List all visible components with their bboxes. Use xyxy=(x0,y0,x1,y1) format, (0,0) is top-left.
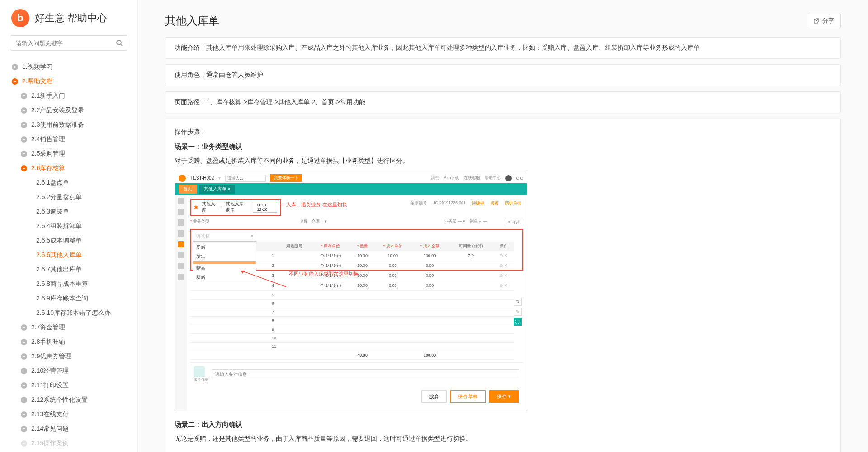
sidebar: b 好生意 帮助中心 1.视频学习 2.帮助文档 2.1新手入门 2.2产品安装… xyxy=(0,0,138,452)
nav-label: 2.14常见问题 xyxy=(31,425,69,433)
sb-icon xyxy=(178,263,184,269)
search-input[interactable] xyxy=(10,35,127,51)
nav-214[interactable]: 2.14常见问题 xyxy=(0,422,137,436)
sb-icon xyxy=(178,219,184,226)
nav-label: 2.1新手入门 xyxy=(31,92,65,100)
nav-24[interactable]: 2.4销售管理 xyxy=(0,132,137,147)
tool-icon-active: ⛶ xyxy=(514,318,522,326)
shot-msg: 消息 xyxy=(431,175,439,181)
brand-logo: b xyxy=(11,9,29,27)
nav-212[interactable]: 2.12系统个性化设置 xyxy=(0,393,137,407)
nav-help-docs[interactable]: 2.帮助文档 xyxy=(0,74,137,89)
scene2-text2: 退库业务中，明细数量均以负值红色展示。无论是入库还是退库，库存账均记在入库方向。 xyxy=(175,451,831,452)
nav-label: 2.2产品安装及登录 xyxy=(31,106,84,114)
shot-app: App下载 xyxy=(443,175,459,181)
maker: 制单人 xyxy=(470,219,482,224)
tab-current: 其他入库单 × xyxy=(199,185,235,194)
main-content: 其他入库单 分享 功能介绍：其他入库单用来处理除采购入库、产成品入库之外的其他入… xyxy=(138,0,868,452)
path-label: 页面路径： xyxy=(175,98,206,105)
steps-label: 操作步骤： xyxy=(175,128,831,136)
remark-row: 备注信息 xyxy=(190,362,523,386)
intro-text: 其他入库单用来处理除采购入库、产成品入库之外的其他入库业务，因此其他入库单可处理… xyxy=(206,44,700,51)
page-title: 其他入库单 xyxy=(165,14,219,28)
remark-label: 备注信息 xyxy=(194,377,208,382)
sb-icon xyxy=(178,198,184,204)
scene1-title: 场景一：业务类型确认 xyxy=(175,143,831,151)
role-label: 使用角色： xyxy=(175,71,206,78)
nav-23[interactable]: 2.3使用前数据准备 xyxy=(0,118,137,132)
nav-264[interactable]: 2.6.4组装拆卸单 xyxy=(0,219,137,233)
nav-29[interactable]: 2.9优惠券管理 xyxy=(0,349,137,364)
annotation-1: ← 入库、退货业务 在这里切换 xyxy=(280,201,347,208)
nav-215[interactable]: 2.15操作案例 xyxy=(0,436,137,451)
nav-label: 2.7资金管理 xyxy=(31,324,65,332)
nav-263[interactable]: 2.6.3调拨单 xyxy=(0,205,137,219)
shot-body: ◉其他入库 ○其他入库退库 2019-12-26 ← 入库、退货业务 在这里切换… xyxy=(175,195,527,411)
nav-267[interactable]: 2.6.7其他出库单 xyxy=(0,262,137,277)
nav-265[interactable]: 2.6.5成本调整单 xyxy=(0,233,137,248)
remark-icon xyxy=(194,366,205,377)
nav-label: 2.11打印设置 xyxy=(31,381,69,390)
share-button[interactable]: 分享 xyxy=(807,14,841,28)
nav-268[interactable]: 2.6.8商品成本重算 xyxy=(0,277,137,291)
btn-draft: 保存草稿 xyxy=(450,390,486,403)
nav-26[interactable]: 2.6库存核算 xyxy=(0,161,137,176)
nav-label: 2.6.8商品成本重算 xyxy=(36,280,88,288)
nav-211[interactable]: 2.11打印设置 xyxy=(0,378,137,393)
nav-262[interactable]: 2.6.2分量盘点单 xyxy=(0,190,137,205)
path-box: 页面路径：1、库存核算->库存管理->其他入库单 2、首页->常用功能 xyxy=(165,91,841,113)
nav-video[interactable]: 1.视频学习 xyxy=(0,60,137,74)
nav-269[interactable]: 2.6.9库存账本查询 xyxy=(0,291,137,306)
search-box xyxy=(10,35,127,51)
nav-22[interactable]: 2.2产品安装及登录 xyxy=(0,103,137,118)
radio-type-row: ◉其他入库 ○其他入库退库 2019-12-26 ← 入库、退货业务 在这里切换 xyxy=(190,199,281,216)
shot-logo-icon xyxy=(179,175,186,182)
scene1-text: 对于受赠、盘盈或是拆装入库等不同的业务，是通过单据头【业务类型】进行区分。 xyxy=(175,156,831,167)
shot-topbar: TEST-H002 ▾ 我要体验一下 消息 App下载 在线客服 帮助中心 C … xyxy=(175,173,527,183)
shot-user: C C xyxy=(516,176,524,181)
nav-label: 2.9优惠券管理 xyxy=(31,352,71,361)
shot-tabbar: 首页 其他入库单 × xyxy=(175,183,527,195)
sb-icon xyxy=(178,230,184,237)
nav-28[interactable]: 2.8手机旺铺 xyxy=(0,335,137,349)
tab-home: 首页 xyxy=(179,185,197,194)
nav-label: 2.6库存核算 xyxy=(31,164,65,172)
nav-label: 2.13在线支付 xyxy=(31,410,69,419)
nav-266[interactable]: 2.6.6其他入库单 xyxy=(0,248,137,262)
intro-box: 功能介绍：其他入库单用来处理除采购入库、产成品入库之外的其他入库业务，因此其他入… xyxy=(165,37,841,59)
nav-213[interactable]: 2.13在线支付 xyxy=(0,407,137,422)
nav-25[interactable]: 2.5采购管理 xyxy=(0,147,137,161)
shot-store: TEST-H002 xyxy=(190,176,214,181)
btn-cancel: 放弃 xyxy=(421,390,447,403)
search-icon[interactable] xyxy=(116,39,123,47)
content-box: 操作步骤： 场景一：业务类型确认 对于受赠、盘盈或是拆装入库等不同的业务，是通过… xyxy=(165,119,841,452)
doc-label: 单据编号 xyxy=(410,200,427,206)
radio-in: 其他入库 xyxy=(202,201,216,214)
scene2-text1: 无论是受赠，还是其他类型的业务，由于入库商品质量等原因，需要退回，这时可通过单据… xyxy=(175,433,831,444)
nav-210[interactable]: 2.10经营管理 xyxy=(0,364,137,378)
nav-label: 2.6.1盘点单 xyxy=(36,179,69,187)
nav-label: 2.6.10库存账本错了怎么办 xyxy=(36,309,111,317)
screenshot-figure: TEST-H002 ▾ 我要体验一下 消息 App下载 在线客服 帮助中心 C … xyxy=(175,173,527,411)
nav-261[interactable]: 2.6.1盘点单 xyxy=(0,176,137,190)
nav-21[interactable]: 2.1新手入门 xyxy=(0,89,137,103)
sb-icon xyxy=(178,252,184,258)
role-box: 使用角色：通常由仓管人员维护 xyxy=(165,64,841,86)
role-text: 通常由仓管人员维护 xyxy=(206,71,263,78)
svg-point-0 xyxy=(117,40,121,45)
nav-2610[interactable]: 2.6.10库存账本错了怎么办 xyxy=(0,306,137,320)
tool-icon: ✎ xyxy=(514,308,522,316)
nav-label: 2.6.7其他出库单 xyxy=(36,266,82,274)
intro-label: 功能介绍： xyxy=(175,44,206,51)
sb-icon-active xyxy=(178,241,184,247)
nav-27[interactable]: 2.7资金管理 xyxy=(0,320,137,335)
shot-sidebar xyxy=(175,195,187,411)
biztype-dropdown-box: 请选择 ▾ 受赠 发出 赠品 获赠 xyxy=(190,229,523,271)
avatar-icon xyxy=(505,175,512,181)
svg-line-1 xyxy=(121,44,122,46)
shot-main: ◉其他入库 ○其他入库退库 2019-12-26 ← 入库、退货业务 在这里切换… xyxy=(187,195,527,411)
nav-label: 2.6.4组装拆卸单 xyxy=(36,222,82,230)
arrow-icon xyxy=(241,271,291,289)
shot-exp-btn: 我要体验一下 xyxy=(270,174,302,182)
meta-kb: 快捷键 xyxy=(472,200,484,206)
